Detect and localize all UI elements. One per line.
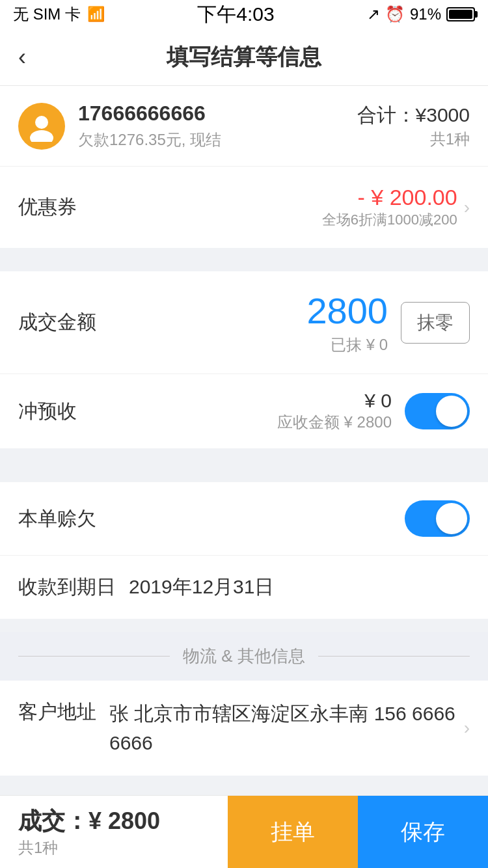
status-bar-left: 无 SIM 卡 📶 (13, 4, 105, 25)
customer-info: 17666666666 欠款1276.35元, 现结 (78, 102, 221, 150)
customer-left: 17666666666 欠款1276.35元, 现结 (18, 102, 221, 150)
hang-button[interactable]: 挂单 (228, 796, 358, 869)
customer-total: 合计：¥3000 共1种 (357, 102, 470, 150)
prepay-label: 冲预收 (18, 398, 77, 425)
due-date-label: 收款到期日 (18, 574, 116, 601)
coupon-desc: 全场6折满1000减200 (322, 210, 457, 230)
status-bar: 无 SIM 卡 📶 下午4:03 ↗ ⏰ 91% (0, 0, 488, 29)
footer-count: 共1种 (18, 837, 210, 858)
address-section[interactable]: 客户地址 张 北京市市辖区海淀区永丰南 156 6666 6666 › (0, 681, 488, 776)
total-value: 合计：¥3000 (357, 102, 470, 129)
divider-line-right (318, 656, 470, 657)
address-label: 客户地址 (18, 699, 109, 726)
separator-2 (0, 459, 488, 472)
footer-amount: 成交：¥ 2800 (18, 806, 210, 837)
due-date-value: 2019年12月31日 (129, 574, 274, 601)
separator-1 (0, 258, 488, 271)
battery-label: 91% (410, 5, 441, 23)
prepay-row: 冲预收 ¥ 0 应收金额 ¥ 2800 (0, 374, 488, 448)
customer-debt: 欠款1276.35元, 现结 (78, 129, 221, 150)
chevron-right-icon: › (464, 197, 470, 218)
footer-summary-amount: ¥ 2800 (88, 807, 160, 834)
address-value: 张 北京市市辖区海淀区永丰南 156 6666 6666 (109, 699, 457, 757)
address-right: 张 北京市市辖区海淀区永丰南 156 6666 6666 › (109, 699, 470, 757)
status-bar-right: ↗ ⏰ 91% (367, 5, 475, 23)
content: 17666666666 欠款1276.35元, 现结 合计：¥3000 共1种 … (0, 86, 488, 868)
transaction-right: 2800 已抹 ¥ 0 抹零 (306, 290, 470, 355)
svg-point-0 (35, 116, 48, 129)
address-chevron-icon: › (464, 718, 470, 739)
footer-summary: 成交：¥ 2800 共1种 (0, 806, 228, 858)
debt-label: 本单赊欠 (18, 506, 96, 532)
toggle-knob (436, 396, 467, 427)
carrier-label: 无 SIM 卡 (13, 4, 81, 25)
svg-point-1 (30, 130, 53, 142)
coupon-right-col: - ¥ 200.00 全场6折满1000减200 (322, 185, 457, 230)
alarm-icon: ⏰ (385, 5, 405, 23)
battery-fill (449, 10, 472, 19)
location-icon: ↗ (367, 5, 380, 23)
footer-summary-label: 成交： (18, 807, 88, 834)
status-bar-time: 下午4:03 (197, 1, 274, 28)
round-off-button[interactable]: 抹零 (401, 302, 470, 344)
debt-toggle-knob (436, 503, 467, 534)
total-count: 共1种 (357, 129, 470, 150)
avatar-icon (26, 111, 57, 142)
nav-bar: ‹ 填写结算等信息 (0, 29, 488, 86)
prepay-receivable: 应收金额 ¥ 2800 (277, 412, 392, 433)
prepay-toggle[interactable] (405, 393, 470, 429)
coupon-right: - ¥ 200.00 全场6折满1000减200 › (322, 185, 470, 230)
customer-row: 17666666666 欠款1276.35元, 现结 合计：¥3000 共1种 (0, 86, 488, 166)
transaction-amount: 2800 (306, 290, 388, 332)
customer-phone: 17666666666 (78, 102, 221, 126)
debt-section: 本单赊欠 (0, 482, 488, 555)
coupon-row[interactable]: 优惠券 - ¥ 200.00 全场6折满1000减200 › (0, 166, 488, 248)
battery-icon (446, 7, 475, 21)
back-button[interactable]: ‹ (18, 44, 26, 71)
wifi-icon: 📶 (87, 6, 105, 23)
transaction-label: 成交金额 (18, 309, 96, 336)
transaction-erased: 已抹 ¥ 0 (331, 334, 388, 355)
coupon-label: 优惠券 (18, 194, 77, 221)
transaction-card: 成交金额 2800 已抹 ¥ 0 抹零 冲预收 ¥ 0 应收金额 ¥ 2800 (0, 271, 488, 448)
due-date-section: 收款到期日 2019年12月31日 (0, 555, 488, 619)
logistics-divider: 物流 & 其他信息 (0, 632, 488, 681)
save-button[interactable]: 保存 (358, 796, 488, 869)
footer: 成交：¥ 2800 共1种 挂单 保存 (0, 795, 488, 868)
logistics-label: 物流 & 其他信息 (183, 645, 305, 668)
divider-line-left (18, 656, 170, 657)
customer-card: 17666666666 欠款1276.35元, 现结 合计：¥3000 共1种 … (0, 86, 488, 248)
prepay-amount: ¥ 0 (277, 390, 392, 412)
prepay-values: ¥ 0 应收金额 ¥ 2800 (277, 390, 392, 433)
prepay-right: ¥ 0 应收金额 ¥ 2800 (277, 390, 470, 433)
amount-col: 2800 已抹 ¥ 0 (306, 290, 388, 355)
coupon-discount: - ¥ 200.00 (322, 185, 457, 210)
avatar (18, 103, 65, 150)
separator-3 (0, 619, 488, 632)
debt-toggle[interactable] (405, 500, 470, 537)
transaction-row: 成交金额 2800 已抹 ¥ 0 抹零 (0, 271, 488, 374)
page-title: 填写结算等信息 (167, 42, 321, 72)
